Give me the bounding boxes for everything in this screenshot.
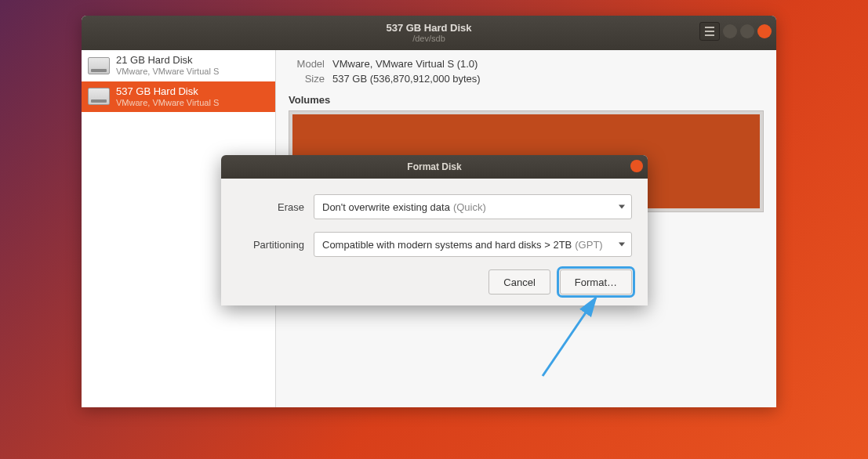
disk-item-537gb[interactable]: 537 GB Hard Disk VMware, VMware Virtual …	[82, 81, 275, 113]
size-value: 537 GB (536,870,912,000 bytes)	[332, 73, 481, 85]
disk-subtitle: VMware, VMware Virtual S	[116, 98, 219, 108]
erase-value: Don't overwrite existing data	[322, 201, 450, 213]
erase-suffix: (Quick)	[453, 201, 486, 213]
erase-dropdown[interactable]: Don't overwrite existing data (Quick)	[314, 194, 632, 219]
disk-name: 537 GB Hard Disk	[116, 86, 219, 98]
dialog-body: Erase Don't overwrite existing data (Qui…	[221, 179, 648, 305]
hard-disk-icon	[88, 57, 110, 74]
hamburger-menu-button[interactable]	[699, 22, 720, 41]
window-subtitle: /dev/sdb	[386, 34, 471, 43]
titlebar-controls	[699, 22, 772, 41]
disk-item-21gb[interactable]: 21 GB Hard Disk VMware, VMware Virtual S	[82, 50, 275, 81]
window-maximize-button[interactable]	[740, 24, 754, 38]
titlebar[interactable]: 537 GB Hard Disk /dev/sdb	[82, 16, 776, 50]
window-minimize-button[interactable]	[723, 24, 737, 38]
model-value: VMware, VMware Virtual S (1.0)	[332, 58, 478, 70]
titlebar-text: 537 GB Hard Disk /dev/sdb	[386, 23, 471, 43]
hard-disk-icon	[88, 88, 110, 105]
erase-label: Erase	[237, 201, 304, 213]
volumes-heading: Volumes	[289, 94, 764, 106]
size-row: Size 537 GB (536,870,912,000 bytes)	[289, 73, 764, 85]
partitioning-label: Partitioning	[237, 239, 304, 251]
disk-name: 21 GB Hard Disk	[116, 55, 219, 67]
dialog-titlebar[interactable]: Format Disk	[221, 155, 648, 179]
format-button[interactable]: Format…	[560, 269, 632, 295]
partitioning-dropdown[interactable]: Compatible with modern systems and hard …	[314, 232, 632, 257]
window-title: 537 GB Hard Disk	[386, 23, 471, 34]
chevron-down-icon	[619, 243, 625, 247]
format-disk-dialog: Format Disk Erase Don't overwrite existi…	[221, 155, 648, 305]
model-row: Model VMware, VMware Virtual S (1.0)	[289, 58, 764, 70]
partitioning-suffix: (GPT)	[575, 239, 602, 251]
dialog-close-button[interactable]	[630, 160, 643, 172]
chevron-down-icon	[619, 205, 625, 209]
model-label: Model	[289, 58, 325, 70]
size-label: Size	[289, 73, 325, 85]
dialog-title: Format Disk	[407, 161, 461, 172]
disk-subtitle: VMware, VMware Virtual S	[116, 67, 219, 77]
cancel-button[interactable]: Cancel	[488, 269, 550, 295]
window-close-button[interactable]	[757, 24, 772, 38]
partitioning-value: Compatible with modern systems and hard …	[322, 239, 572, 251]
